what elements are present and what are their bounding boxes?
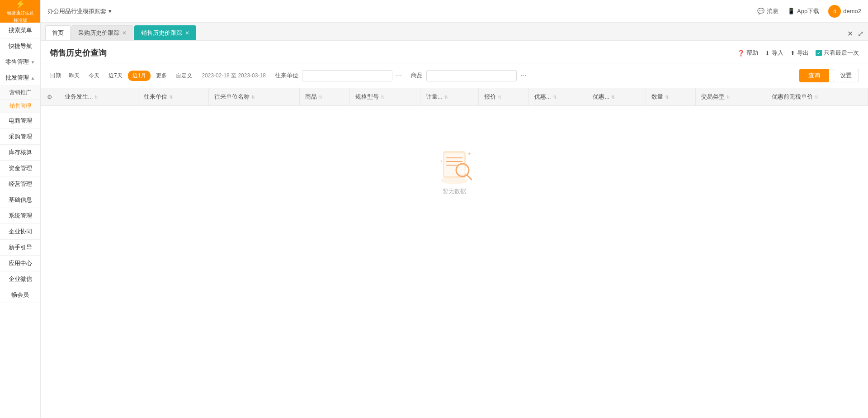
app-download-button[interactable]: 📱 App下载 [788,7,819,15]
sort-icon-discount1: ⇅ [553,95,557,100]
tab-sales-close[interactable]: ✕ [185,30,189,36]
th-price[interactable]: 报价 ⇅ [479,88,528,106]
sort-icon-partner-code: ⇅ [169,95,173,100]
topbar-right: 💬 消息 📱 App下载 d demo2 [757,5,861,18]
date-last7[interactable]: 近7天 [105,71,126,81]
goods-dots[interactable]: ··· [520,71,526,80]
account-name: 办公用品行业模拟账套 [47,7,106,15]
sidebar-item-marketing[interactable]: 营销推广 [0,86,40,100]
sidebar-item-guide[interactable]: 新手引导 [0,240,40,256]
th-discount2-label: 优惠... [593,93,609,101]
export-button[interactable]: ⬆ 导出 [790,49,809,57]
page-header: 销售历史价查询 ❓ 帮助 ⬇ 导入 ⬆ 导出 ✓ 只看最后一次 [41,41,868,63]
sidebar-item-system[interactable]: 系统管理 [0,208,40,224]
topbar: 办公用品行业模拟账套 ▾ 💬 消息 📱 App下载 d demo2 [41,0,868,23]
svg-point-7 [458,166,467,174]
empty-state: ✦ ✦ 暂无数据 [41,106,868,232]
sidebar-item-basic[interactable]: 基础信息 [0,192,40,208]
th-goods[interactable]: 商品 ⇅ [300,88,349,106]
tab-purchase-history[interactable]: 采购历史价跟踪 ✕ [71,25,133,40]
date-yesterday[interactable]: 昨天 [65,71,83,81]
data-table: ⚙ 业务发生... ⇅ 往来单位 ⇅ [41,88,868,106]
partner-input[interactable] [302,70,392,81]
help-button[interactable]: ❓ 帮助 [737,49,758,57]
only-last-checkbox[interactable]: ✓ 只看最后一次 [816,49,859,57]
sidebar-item-wholesale[interactable]: 批发管理 ▲ [0,70,40,86]
user-profile[interactable]: d demo2 [828,5,861,18]
sidebar-item-wechat[interactable]: 企业微信 [0,271,40,287]
th-partner-name[interactable]: 往来单位名称 ⇅ [208,88,300,106]
phone-icon: 📱 [788,8,795,14]
sort-icon-goods: ⇅ [319,95,322,100]
topbar-left: 办公用品行业模拟账套 ▾ [47,7,112,15]
partner-label: 往来单位 [275,71,298,80]
th-discount1[interactable]: 优惠... ⇅ [528,88,587,106]
query-button[interactable]: 查询 [799,69,829,82]
sidebar-item-inventory[interactable]: 库存核算 [0,145,40,161]
message-icon: 💬 [757,8,764,14]
th-discount2[interactable]: 优惠... ⇅ [587,88,646,106]
goods-input[interactable] [426,70,517,81]
export-icon: ⬆ [790,50,795,57]
date-today[interactable]: 今天 [85,71,103,81]
th-unit[interactable]: 计量... ⇅ [420,88,479,106]
tab-home[interactable]: 首页 [45,25,71,40]
sidebar-item-finance[interactable]: 资金管理 [0,161,40,176]
sidebar-item-retail[interactable]: 零售管理 ▼ [0,54,40,70]
th-biz-date[interactable]: 业务发生... ⇅ [59,88,138,106]
logo-text: 畅捷通好生意 [7,10,34,16]
sidebar-item-ecommerce[interactable]: 电商管理 [0,113,40,129]
maximize-icon[interactable]: ⤢ [858,29,863,38]
empty-illustration-icon: ✦ ✦ [432,142,477,187]
sidebar-item-enterprise[interactable]: 企业协同 [0,224,40,240]
th-gear[interactable]: ⚙ [41,88,59,106]
sidebar-item-operations[interactable]: 经营管理 [0,176,40,192]
th-trade-type[interactable]: 交易类型 ⇅ [696,88,766,106]
th-spec[interactable]: 规格型号 ⇅ [349,88,420,106]
th-quantity[interactable]: 数量 ⇅ [646,88,695,106]
sort-icon-quantity: ⇅ [665,95,669,100]
th-biz-date-label: 业务发生... [65,93,93,101]
th-price-label: 报价 [484,93,496,101]
sidebar-item-sales[interactable]: 销售管理 [0,100,40,113]
message-button[interactable]: 💬 消息 [757,7,778,15]
sidebar-item-appstore[interactable]: 应用中心 [0,256,40,271]
sidebar-item-search[interactable]: 搜索菜单 [0,23,40,38]
help-icon: ❓ [737,50,745,57]
account-dropdown[interactable]: 办公用品行业模拟账套 ▾ [47,7,112,15]
setting-button[interactable]: 设置 [833,69,859,82]
th-unit-label: 计量... [426,93,443,101]
tab-purchase-close[interactable]: ✕ [122,30,127,36]
date-custom[interactable]: 自定义 [172,71,196,81]
th-partner-code[interactable]: 往来单位 ⇅ [138,88,208,106]
th-pre-tax-price[interactable]: 优惠前无税单价 ⇅ [766,88,868,106]
sort-icon-spec: ⇅ [381,95,384,100]
partner-dots[interactable]: ··· [396,71,402,80]
sidebar-item-purchase[interactable]: 采购管理 [0,129,40,145]
tab-home-label: 首页 [52,29,64,37]
import-button[interactable]: ⬇ 导入 [765,49,783,57]
wholesale-arrow: ▲ [31,76,35,81]
svg-line-8 [467,175,472,180]
main-container: 办公用品行业模拟账套 ▾ 💬 消息 📱 App下载 d demo2 首页 [41,0,868,418]
date-label: 日期 [50,71,61,80]
avatar-text: d [833,9,836,14]
sidebar-item-shortcut[interactable]: 快捷导航 [0,38,40,54]
sort-icon-biz-date: ⇅ [94,95,98,100]
import-icon: ⬇ [765,50,770,57]
tab-sales-label: 销售历史价跟踪 [141,29,182,37]
date-more[interactable]: 更多 [152,71,170,81]
sort-icon-unit: ⇅ [444,95,448,100]
tab-sales-history[interactable]: 销售历史价跟踪 ✕ [134,25,196,40]
help-label: 帮助 [746,49,758,57]
th-quantity-label: 数量 [651,93,663,101]
sidebar-logo[interactable]: ⚡ 畅捷通好生意 标准版 [0,0,40,23]
sidebar: ⚡ 畅捷通好生意 标准版 搜索菜单 快捷导航 零售管理 ▼ 批发管理 ▲ 营销推… [0,0,41,418]
date-last1m[interactable]: 近1月 [128,71,151,81]
sidebar-item-member[interactable]: 畅会员 [0,287,40,303]
goods-filter-row: 商品 ··· [411,70,526,81]
sort-icon-pre-tax-price: ⇅ [815,95,818,100]
tabs-bar: 首页 采购历史价跟踪 ✕ 销售历史价跟踪 ✕ ✕ ⤢ [41,23,868,41]
close-all-icon[interactable]: ✕ [847,29,853,38]
import-label: 导入 [772,49,783,57]
